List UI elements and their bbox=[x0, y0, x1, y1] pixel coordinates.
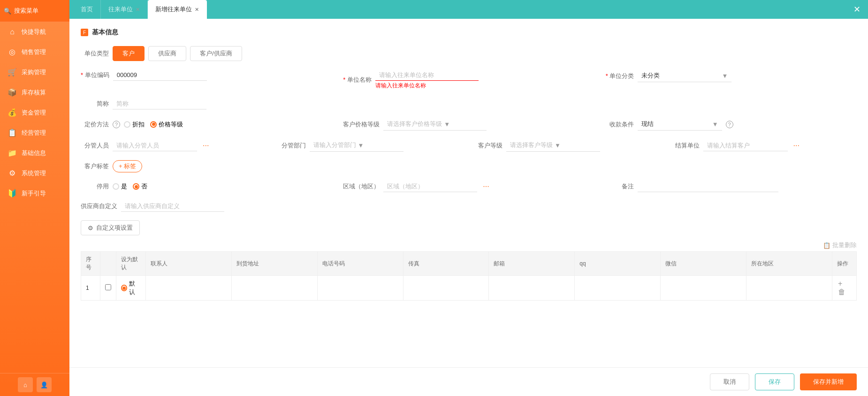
row-wechat[interactable] bbox=[661, 276, 746, 301]
disable-radio-no[interactable]: 否 bbox=[133, 182, 147, 191]
abbr-label: 简称 bbox=[81, 100, 109, 108]
sidebar-item-system[interactable]: ⚙ 系统管理 bbox=[0, 163, 69, 183]
sidebar-item-sales[interactable]: ◎ 销售管理 bbox=[0, 42, 69, 62]
row-qq[interactable] bbox=[575, 276, 661, 301]
pricing-help-icon[interactable]: ? bbox=[113, 121, 120, 128]
sidebar-item-operations[interactable]: 📋 经营管理 bbox=[0, 123, 69, 143]
batch-delete-label[interactable]: 批量删除 bbox=[832, 241, 857, 249]
customer-level-placeholder: 请选择客户等级 bbox=[510, 141, 553, 149]
row-contact-input[interactable] bbox=[151, 283, 227, 294]
sidebar-item-inventory[interactable]: 📦 库存核算 bbox=[0, 82, 69, 102]
inventory-icon: 📦 bbox=[8, 88, 17, 97]
abbr-input[interactable] bbox=[113, 98, 206, 109]
cancel-button[interactable]: 取消 bbox=[710, 373, 749, 390]
pricing-radio-discount[interactable]: 折扣 bbox=[124, 120, 145, 129]
tag-label: 客户标签 bbox=[81, 162, 109, 171]
sidebar-label-inventory: 库存核算 bbox=[22, 88, 46, 97]
customer-level-select[interactable]: 请选择客户等级 ▼ bbox=[506, 139, 600, 152]
code-label: 单位编码 bbox=[81, 71, 109, 79]
sidebar-home-btn[interactable]: ⌂ bbox=[18, 377, 33, 392]
sidebar-item-guide[interactable]: 🔰 新手引导 bbox=[0, 183, 69, 203]
supplier-custom-row: 供应商自定义 bbox=[81, 201, 857, 212]
region-input[interactable] bbox=[383, 181, 477, 192]
manager-input[interactable] bbox=[113, 140, 197, 151]
customer-price-group: 客户价格等级 请选择客户价格等级 ▼ bbox=[343, 118, 594, 131]
tab-home[interactable]: 首页 bbox=[73, 0, 101, 19]
custom-settings-button[interactable]: ⚙ 自定义项设置 bbox=[81, 220, 140, 235]
save-and-new-button[interactable]: 保存并新增 bbox=[800, 373, 857, 390]
supplier-custom-group: 供应商自定义 bbox=[81, 201, 857, 212]
save-button[interactable]: 保存 bbox=[755, 373, 794, 390]
category-value: 未分类 bbox=[641, 71, 720, 80]
settlement-input[interactable] bbox=[703, 140, 788, 151]
row-region[interactable] bbox=[746, 276, 832, 301]
add-tag-button[interactable]: + 标签 bbox=[113, 160, 142, 172]
tab-new-partner[interactable]: 新增往来单位 ✕ bbox=[148, 0, 207, 19]
row-add-btn[interactable]: + bbox=[837, 280, 843, 287]
search-menu-item[interactable]: 🔍 搜索菜单 bbox=[4, 5, 66, 17]
section-header: F 基本信息 bbox=[81, 28, 857, 37]
row-region-input[interactable] bbox=[751, 283, 827, 294]
disable-radio-yes[interactable]: 是 bbox=[113, 182, 127, 191]
category-group: 单位分类 未分类 ▼ bbox=[606, 70, 857, 82]
category-label: 单位分类 bbox=[606, 72, 634, 80]
sidebar-item-purchase[interactable]: 🛒 采购管理 bbox=[0, 62, 69, 82]
row-fax-input[interactable] bbox=[408, 283, 484, 294]
code-input[interactable] bbox=[113, 70, 207, 81]
sidebar-item-finance[interactable]: 💰 资金管理 bbox=[0, 102, 69, 123]
row-phone-input[interactable] bbox=[322, 283, 398, 294]
sidebar-item-basic-info[interactable]: 📁 基础信息 bbox=[0, 143, 69, 163]
row-fax[interactable] bbox=[403, 276, 489, 301]
customer-price-select[interactable]: 请选择客户价格等级 ▼ bbox=[383, 118, 487, 131]
payment-help-icon[interactable]: ? bbox=[726, 121, 733, 128]
payment-chevron-icon: ▼ bbox=[712, 121, 718, 128]
pricing-radio-price-level[interactable]: 价格等级 bbox=[150, 120, 183, 129]
tag-row: 客户标签 + 标签 bbox=[81, 160, 857, 172]
type-btn-supplier[interactable]: 供应商 bbox=[148, 46, 186, 61]
row-checkbox[interactable] bbox=[105, 284, 111, 290]
tab-new-partner-close[interactable]: ✕ bbox=[195, 7, 199, 13]
region-more-btn[interactable]: ··· bbox=[481, 182, 491, 191]
unit-type-buttons: 客户 供应商 客户/供应商 bbox=[113, 46, 242, 61]
code-name-category-row: 单位编码 单位名称 请输入往来单位名称 单位分类 未分类 ▼ bbox=[81, 70, 857, 90]
supplier-custom-label: 供应商自定义 bbox=[81, 202, 117, 210]
row-wechat-input[interactable] bbox=[665, 283, 741, 294]
sidebar-item-quick-nav[interactable]: ⌂ 快捷导航 bbox=[0, 22, 69, 42]
disable-group: 停用 是 否 bbox=[81, 182, 332, 191]
dept-select[interactable]: 请输入分管部门 ▼ bbox=[310, 139, 404, 152]
sidebar-user-btn[interactable]: 👤 bbox=[37, 377, 52, 392]
row-address[interactable] bbox=[231, 276, 317, 301]
category-select[interactable]: 未分类 ▼ bbox=[638, 70, 731, 82]
row-phone[interactable] bbox=[317, 276, 403, 301]
row-email[interactable] bbox=[489, 276, 575, 301]
tab-partner-list-close[interactable]: ✕ bbox=[136, 7, 140, 13]
type-btn-both[interactable]: 客户/供应商 bbox=[190, 46, 242, 61]
gear-icon: ⚙ bbox=[88, 225, 93, 232]
remark-input[interactable] bbox=[638, 181, 778, 192]
row-default-radio[interactable]: 默认 bbox=[121, 280, 141, 296]
row-qq-input[interactable] bbox=[579, 283, 655, 294]
manager-row: 分管人员 ··· 分管部门 请输入分管部门 ▼ 客户等级 请选择客户等级 ▼ 结… bbox=[81, 139, 857, 152]
payment-select[interactable]: 现结 ▼ bbox=[638, 118, 722, 131]
tab-partner-list[interactable]: 往来单位 ✕ bbox=[101, 0, 148, 19]
row-delete-btn[interactable]: 🗑 bbox=[837, 288, 846, 296]
tab-new-partner-label: 新增往来单位 bbox=[155, 5, 192, 14]
region-group: 区域（地区） ··· bbox=[343, 181, 594, 192]
unit-type-group: 单位类型 客户 供应商 客户/供应商 bbox=[81, 46, 857, 61]
row-address-input[interactable] bbox=[236, 283, 312, 294]
disable-no-label: 否 bbox=[141, 182, 147, 191]
row-email-input[interactable] bbox=[494, 283, 570, 294]
finance-icon: 💰 bbox=[8, 108, 17, 117]
type-btn-customer[interactable]: 客户 bbox=[113, 46, 145, 61]
form-content: F 基本信息 单位类型 客户 供应商 客户/供应商 单位编码 单位名称 bbox=[69, 19, 868, 367]
contact-table: 序号 设为默认 联系人 到货地址 电话号码 传真 邮箱 qq 微信 所在地区 操… bbox=[81, 251, 857, 301]
settlement-more-btn[interactable]: ··· bbox=[792, 141, 801, 150]
row-contact[interactable] bbox=[145, 276, 231, 301]
supplier-custom-input[interactable] bbox=[121, 201, 224, 212]
manager-more-btn[interactable]: ··· bbox=[201, 141, 211, 150]
col-email: 邮箱 bbox=[489, 252, 575, 276]
sidebar-top: 🔍 搜索菜单 bbox=[0, 0, 69, 22]
name-input[interactable] bbox=[375, 70, 479, 81]
close-all-tabs-button[interactable]: ✕ bbox=[850, 4, 864, 15]
sidebar-label-quick-nav: 快捷导航 bbox=[22, 28, 46, 36]
